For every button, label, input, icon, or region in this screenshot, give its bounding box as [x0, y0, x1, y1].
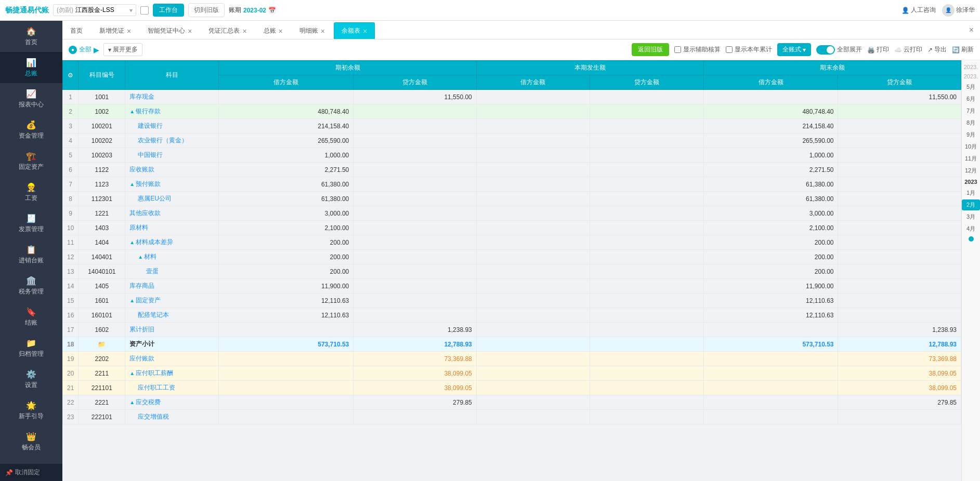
subject-link[interactable]: 应收账款	[129, 166, 154, 173]
right-panel-month-9[interactable]: 9月	[962, 129, 980, 140]
subject-link[interactable]: 应交增值税	[138, 413, 169, 420]
right-panel-month-1[interactable]: 1月	[962, 188, 980, 198]
subject-link[interactable]: 银行存款	[136, 108, 161, 115]
expand-icon[interactable]: ▲	[129, 298, 135, 303]
expand-all-toggle[interactable]: 全部展开	[816, 45, 862, 55]
cell-name[interactable]: 资产小计	[125, 337, 219, 352]
refresh-action[interactable]: 🔄 刷新	[952, 45, 974, 54]
cell-name[interactable]: 应收账款	[125, 163, 219, 177]
right-panel-month-8[interactable]: 8月	[962, 117, 980, 128]
subject-link[interactable]: 中国银行	[138, 151, 163, 158]
sidebar-item-invoice[interactable]: 🧾 发票管理	[0, 208, 62, 239]
tab-smart-voucher[interactable]: 智能凭证中心 ×	[140, 22, 200, 39]
subject-link[interactable]: 固定资产	[136, 297, 161, 304]
subject-link[interactable]: 建设银行	[138, 122, 163, 129]
tab-balance[interactable]: 余额表 ×	[334, 22, 375, 39]
table-wrapper[interactable]: ⚙ 科目编号 科目 期初余额 本期发生额 期末余额 借方金额 贷方金额 借方金额…	[62, 60, 961, 481]
tab-voucher-summary-close[interactable]: ×	[242, 28, 246, 35]
subject-link[interactable]: 应付账款	[129, 355, 154, 362]
cell-name[interactable]: ▲应付职工薪酬	[125, 366, 219, 381]
expand-icon[interactable]: ▲	[129, 399, 135, 405]
sidebar-item-assets[interactable]: 🏗️ 固定资产	[0, 145, 62, 177]
subject-link[interactable]: 农业银行（黄金）	[138, 137, 188, 144]
sidebar-item-settings[interactable]: ⚙️ 设置	[0, 364, 62, 395]
tab-new-voucher[interactable]: 新增凭证 ×	[92, 22, 139, 39]
expand-icon[interactable]: ▲	[129, 239, 135, 245]
cell-name[interactable]: 应付账款	[125, 352, 219, 366]
cell-name[interactable]: ▲固定资产	[125, 293, 219, 308]
cell-name[interactable]: ▲预付账款	[125, 177, 219, 192]
subject-link[interactable]: 材料成本差异	[136, 238, 173, 246]
expand-icon[interactable]: ▲	[138, 254, 143, 260]
cloud-print-action[interactable]: ☁️ 云打印	[894, 45, 922, 54]
th-setting[interactable]: ⚙	[63, 61, 79, 90]
full-style-button[interactable]: 全账式 ▾	[777, 43, 811, 56]
cell-name[interactable]: 其他应收款	[125, 206, 219, 221]
show-year-accum-checkbox[interactable]	[726, 46, 733, 53]
tab-home[interactable]: 首页	[62, 22, 90, 39]
right-panel-month-7[interactable]: 7月	[962, 105, 980, 116]
tab-voucher-summary[interactable]: 凭证汇总表 ×	[201, 22, 254, 39]
right-panel-month-3[interactable]: 3月	[962, 211, 980, 222]
cell-name[interactable]: 原材料	[125, 221, 219, 235]
show-aux-calc-label[interactable]: 显示辅助核算	[674, 45, 721, 54]
cell-name[interactable]: 中国银行	[125, 148, 219, 163]
subject-link[interactable]: 库存现金	[129, 93, 154, 100]
toggle-switch[interactable]	[816, 45, 835, 55]
cell-name[interactable]: 壹蛋	[125, 264, 219, 279]
calendar-icon[interactable]: 📅	[268, 7, 276, 14]
tab-smart-voucher-close[interactable]: ×	[188, 28, 192, 35]
cell-name[interactable]: 惠属EU公司	[125, 192, 219, 206]
show-aux-calc-checkbox[interactable]	[674, 46, 681, 53]
sidebar-item-payroll[interactable]: 👷 工资	[0, 177, 62, 208]
filter-all[interactable]: ● 全部 ▶	[69, 45, 99, 54]
export-action[interactable]: ↗ 导出	[927, 45, 947, 54]
cell-name[interactable]: ▲银行存款	[125, 104, 219, 119]
cell-name[interactable]: ▲材料成本差异	[125, 235, 219, 250]
right-panel-month-10[interactable]: 10月	[962, 141, 980, 152]
subject-link[interactable]: 原材料	[129, 224, 148, 231]
sidebar-item-reports[interactable]: 📈 报表中心	[0, 83, 62, 114]
tab-balance-close[interactable]: ×	[363, 28, 367, 35]
return-oldver-button[interactable]: 返回旧版	[632, 43, 669, 56]
copy-icon[interactable]	[140, 6, 149, 15]
subject-link[interactable]: 配搭笔记本	[138, 311, 169, 318]
right-panel-month-5[interactable]: 5月	[962, 82, 980, 92]
print-action[interactable]: 🖨️ 打印	[867, 45, 889, 54]
subject-link[interactable]: 应付职工工资	[138, 384, 175, 391]
window-close-button[interactable]: ×	[963, 25, 980, 35]
cell-name[interactable]: ▲材料	[125, 250, 219, 264]
subject-link[interactable]: 其他应收款	[129, 209, 161, 217]
sidebar-item-funds[interactable]: 💰 资金管理	[0, 114, 62, 145]
right-panel-month-2[interactable]: 2月	[962, 199, 980, 210]
workbench-button[interactable]: 工作台	[153, 4, 184, 17]
expand-icon[interactable]: ▲	[129, 181, 135, 187]
subject-link[interactable]: 应付职工薪酬	[136, 369, 173, 377]
right-panel-month-4[interactable]: 4月	[962, 223, 980, 234]
user-item[interactable]: 👤 徐泽华	[942, 4, 975, 17]
tab-general-ledger-close[interactable]: ×	[279, 28, 283, 35]
subject-link[interactable]: 累计折旧	[129, 326, 154, 333]
switch-version-button[interactable]: 切到旧版	[188, 3, 225, 17]
cell-name[interactable]: 农业银行（黄金）	[125, 133, 219, 148]
sidebar-pin[interactable]: 📌 取消固定	[0, 464, 62, 481]
tab-general-ledger[interactable]: 总账 ×	[256, 22, 291, 39]
tab-new-voucher-close[interactable]: ×	[127, 28, 131, 35]
cell-name[interactable]: 建设银行	[125, 119, 219, 133]
subject-link[interactable]: 惠属EU公司	[138, 195, 172, 202]
sidebar-item-guide[interactable]: 🌟 新手引导	[0, 395, 62, 426]
subject-link[interactable]: 壹蛋	[146, 268, 159, 275]
subject-link[interactable]: 预付账款	[136, 180, 161, 188]
right-panel-month-6[interactable]: 6月	[962, 93, 980, 104]
consult-item[interactable]: 👤 人工咨询	[901, 6, 936, 15]
cell-name[interactable]: 配搭笔记本	[125, 308, 219, 323]
cell-name[interactable]: ▲应交税费	[125, 395, 219, 410]
cell-name[interactable]: 库存商品	[125, 279, 219, 293]
expand-more-button[interactable]: ▾ 展开更多	[103, 43, 142, 56]
company-selector[interactable]: (勿副) 江西股金-LSS ▾	[53, 4, 136, 16]
right-panel-month-11[interactable]: 11月	[962, 153, 980, 164]
cell-name[interactable]: 库存现金	[125, 90, 219, 104]
cell-name[interactable]: 应交增值税	[125, 410, 219, 424]
sidebar-item-home[interactable]: 🏠 首页	[0, 21, 62, 52]
sidebar-item-sales[interactable]: 📋 进销台账	[0, 239, 62, 270]
